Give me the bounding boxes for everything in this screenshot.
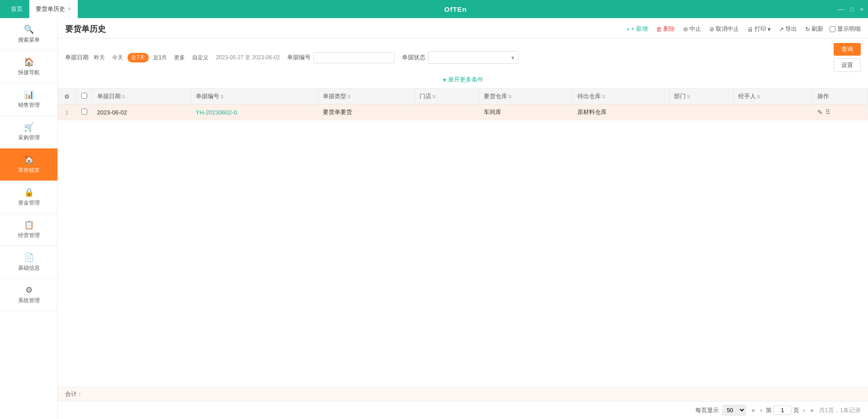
th-dept-label: 部门 <box>674 92 686 100</box>
date-tag-7days[interactable]: 近7天 <box>127 53 149 62</box>
date-tag-custom[interactable]: 自定义 <box>189 53 211 62</box>
refresh-button[interactable]: ↻ 刷新 <box>803 24 825 34</box>
handler-sort-icon: ⇅ <box>757 94 760 99</box>
th-actions-label: 操作 <box>817 93 829 100</box>
sidebar-item-operations-mgmt[interactable]: 📋 经营管理 <box>0 214 57 246</box>
sales-icon: 📊 <box>24 90 34 100</box>
row-store <box>415 105 479 120</box>
filter-row: 单据日期 昨天 今天 近7天 近1月 更多 自定义 2023-05-27 至 2… <box>65 43 861 72</box>
inventory-icon: 🏠 <box>24 155 34 165</box>
th-date-label: 单据日期 <box>97 92 121 100</box>
purchase-icon: 🛒 <box>24 122 34 132</box>
table-area: ⚙ 单据日期 ⇅ 单据编号 <box>58 89 868 387</box>
date-tag-yesterday[interactable]: 昨天 <box>91 53 108 62</box>
select-all-checkbox[interactable] <box>81 93 87 99</box>
show-detail-checkbox[interactable] <box>830 26 835 32</box>
main-layout: 🔍 搜索菜单 🏠 快捷导航 📊 销售管理 🛒 采购管理 🏠 库存核算 🔒 资金管… <box>0 18 868 419</box>
row-req-warehouse: 车间库 <box>479 105 573 120</box>
stop-button[interactable]: ⊘ 中止 <box>681 24 703 34</box>
settings-button[interactable]: 设置 <box>834 58 861 72</box>
sidebar-label-system-mgmt: 系统管理 <box>18 297 40 305</box>
type-sort-icon: ⇅ <box>347 94 351 99</box>
last-page-btn[interactable]: » <box>808 406 815 414</box>
th-bill-no-sort[interactable]: 单据编号 ⇅ <box>196 92 313 100</box>
date-tag-1month[interactable]: 近1月 <box>151 53 170 62</box>
th-settings[interactable]: ⚙ <box>58 89 76 105</box>
expand-more-btn[interactable]: ▾ 展开更多条件 <box>65 76 861 84</box>
th-req-warehouse-sort[interactable]: 要货仓库 ⇅ <box>484 92 568 100</box>
cancel-stop-icon: ⊘ <box>709 26 714 33</box>
sidebar-item-finance-mgmt[interactable]: 🔒 资金管理 <box>0 181 57 214</box>
sidebar-item-quick-nav[interactable]: 🏠 快捷导航 <box>0 51 57 83</box>
window-close[interactable]: × <box>860 6 863 13</box>
window-controls: — □ × <box>838 6 863 13</box>
req-warehouse-sort-icon: ⇅ <box>508 94 512 99</box>
toolbar: + + 新增 🗑 删除 ⊘ 中止 ⊘ 取消中止 🖨 打印 <box>624 24 861 34</box>
table-row[interactable]: 1 2023-06-02 YH-20230602-0 要货单要货 车间库 原材料… <box>58 105 868 120</box>
tab-home[interactable]: 首页 <box>5 0 29 18</box>
show-detail-label: 显示明细 <box>837 25 861 33</box>
new-label: + 新增 <box>631 25 648 33</box>
prev-page-btn[interactable]: ‹ <box>759 406 764 414</box>
sidebar-item-system-mgmt[interactable]: ⚙ 系统管理 <box>0 279 57 311</box>
delete-button[interactable]: 🗑 删除 <box>654 24 677 34</box>
row-bill-no: YH-20230602-0 <box>191 105 318 120</box>
date-tag-more[interactable]: 更多 <box>171 53 188 62</box>
tab-home-label: 首页 <box>11 5 23 13</box>
sidebar-label-inventory: 库存核算 <box>18 167 40 174</box>
sidebar-item-sales-mgmt[interactable]: 📊 销售管理 <box>0 83 57 116</box>
row-bill-no-link[interactable]: YH-20230602-0 <box>196 109 237 116</box>
row-edit-icon[interactable]: ✎ <box>817 109 823 116</box>
basic-info-icon: 📄 <box>24 252 34 262</box>
row-actions: ✎ ⠿ <box>812 105 868 120</box>
th-date-sort[interactable]: 单据日期 ⇅ <box>97 92 186 100</box>
query-button[interactable]: 查询 <box>834 43 861 56</box>
finance-icon: 🔒 <box>24 187 34 197</box>
print-button[interactable]: 🖨 打印 ▾ <box>745 24 773 34</box>
th-checkbox <box>76 89 92 105</box>
pagination-bar: 每页显示 50 100 « ‹ 第 页 › » 共1页，1条记录 <box>58 401 868 419</box>
sidebar: 🔍 搜索菜单 🏠 快捷导航 📊 销售管理 🛒 采购管理 🏠 库存核算 🔒 资金管… <box>0 18 58 419</box>
next-page-btn[interactable]: › <box>801 406 807 414</box>
bill-no-sort-icon: ⇅ <box>220 94 224 99</box>
export-button[interactable]: ↗ 导出 <box>777 24 799 34</box>
bill-no-input[interactable] <box>313 52 395 63</box>
row-date: 2023-06-02 <box>92 105 191 120</box>
tab-close-icon[interactable]: × <box>68 6 71 12</box>
new-icon: + <box>626 26 630 33</box>
sidebar-label-finance-mgmt: 资金管理 <box>18 199 40 207</box>
th-dept-sort[interactable]: 部门 ⇅ <box>674 92 729 100</box>
print-label: 打印 <box>755 25 766 33</box>
window-minimize[interactable]: — <box>838 6 844 13</box>
content-area: 要货单历史 + + 新增 🗑 删除 ⊘ 中止 ⊘ 取消中止 <box>58 18 868 419</box>
per-page-select[interactable]: 50 100 <box>722 405 746 415</box>
sidebar-item-purchase-mgmt[interactable]: 🛒 采购管理 <box>0 116 57 148</box>
cancel-stop-button[interactable]: ⊘ 取消中止 <box>708 24 741 34</box>
date-filter-label: 单据日期 <box>65 53 89 62</box>
date-tag-today[interactable]: 今天 <box>109 53 126 62</box>
th-date: 单据日期 ⇅ <box>92 89 191 105</box>
first-page-btn[interactable]: « <box>750 406 756 414</box>
sidebar-label-search-menu: 搜索菜单 <box>18 36 40 44</box>
sidebar-item-inventory[interactable]: 🏠 库存核算 <box>0 148 57 181</box>
status-select[interactable]: ▾ <box>428 51 519 64</box>
current-page-input[interactable] <box>774 405 792 415</box>
search-icon: 🔍 <box>24 24 34 34</box>
sidebar-item-basic-info[interactable]: 📄 基础信息 <box>0 246 57 279</box>
sidebar-item-search-menu[interactable]: 🔍 搜索菜单 <box>0 18 57 51</box>
th-pending-warehouse-sort[interactable]: 待出仓库 ⇅ <box>577 92 665 100</box>
row-select-checkbox[interactable] <box>81 109 87 114</box>
th-req-warehouse-label: 要货仓库 <box>484 92 507 100</box>
th-bill-no-label: 单据编号 <box>196 92 219 100</box>
window-maximize[interactable]: □ <box>850 6 854 13</box>
show-detail-toggle[interactable]: 显示明细 <box>830 25 861 33</box>
new-button[interactable]: + + 新增 <box>624 24 650 34</box>
th-store: 门店 ⇅ <box>415 89 479 105</box>
row-delete-icon[interactable]: ⠿ <box>826 109 830 116</box>
th-handler-sort[interactable]: 经手人 ⇅ <box>738 92 807 100</box>
th-type-sort[interactable]: 单据类型 ⇅ <box>323 92 410 100</box>
summary-label: 合计： <box>65 390 83 398</box>
th-store-sort[interactable]: 门店 ⇅ <box>420 92 474 100</box>
date-range-display: 2023-05-27 至 2023-06-02 <box>216 54 279 62</box>
tab-purchase-history[interactable]: 要货单历史 × <box>29 0 78 18</box>
